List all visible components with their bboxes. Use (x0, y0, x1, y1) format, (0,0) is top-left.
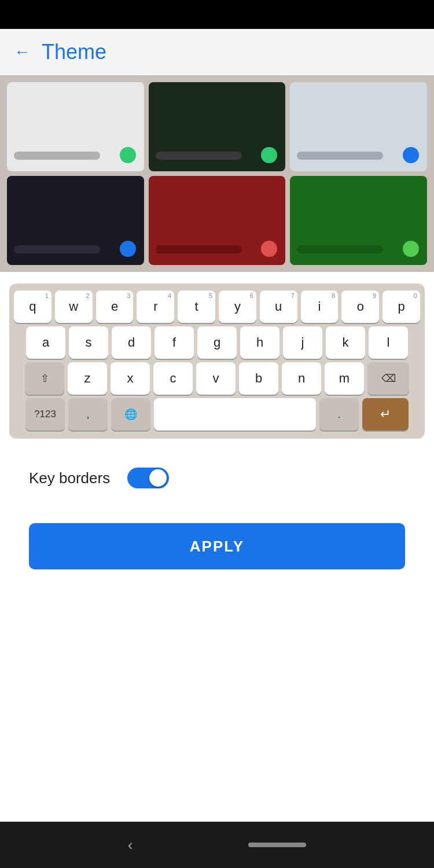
status-bar-top (0, 0, 434, 29)
key-d[interactable]: d (112, 326, 151, 359)
theme-card-green[interactable] (290, 176, 427, 265)
key-num-switch[interactable]: ?123 (25, 398, 65, 431)
key-borders-label: Key borders (29, 469, 110, 487)
theme-card-dark2[interactable] (7, 176, 144, 265)
keyboard-container: 🎤 q1 w2 e3 r4 t5 y6 u7 i8 o9 p0 a s d f … (9, 284, 425, 439)
key-space[interactable] (154, 398, 316, 431)
theme-card-blue-gray[interactable] (290, 82, 427, 171)
keyboard-row-4: ?123 , 🌐 . ↵ (14, 398, 420, 431)
apply-section: APPLY (0, 512, 434, 593)
theme-card-bar (14, 152, 100, 160)
key-v[interactable]: v (196, 362, 236, 395)
theme-card-bar (14, 245, 100, 253)
back-button[interactable]: ← (14, 43, 30, 61)
key-enter[interactable]: ↵ (362, 398, 409, 431)
apply-button[interactable]: APPLY (29, 523, 405, 569)
key-s[interactable]: s (69, 326, 108, 359)
key-u[interactable]: u7 (260, 290, 297, 323)
key-n[interactable]: n (282, 362, 321, 395)
header: ← Theme (0, 29, 434, 75)
key-m[interactable]: m (325, 362, 364, 395)
key-g[interactable]: g (197, 326, 237, 359)
bottom-back-button[interactable]: ‹ (128, 836, 133, 854)
key-z[interactable]: z (68, 362, 107, 395)
key-a[interactable]: a (26, 326, 65, 359)
theme-card-bar (156, 152, 242, 160)
key-q[interactable]: q1 (14, 290, 52, 323)
key-e[interactable]: e3 (96, 290, 134, 323)
theme-card-bar (297, 152, 383, 160)
key-t[interactable]: t5 (178, 290, 215, 323)
theme-card-dark[interactable] (149, 82, 286, 171)
key-h[interactable]: h (240, 326, 279, 359)
theme-card-dot (120, 241, 136, 257)
bottom-nav-bar: ‹ (0, 822, 434, 868)
key-j[interactable]: j (283, 326, 322, 359)
key-i[interactable]: i8 (301, 290, 339, 323)
keyboard-row-3: ⇧ z x c v b n m ⌫ (14, 362, 420, 395)
theme-card-red[interactable] (149, 176, 286, 265)
key-c[interactable]: c (153, 362, 193, 395)
key-borders-toggle[interactable] (127, 468, 169, 488)
key-o[interactable]: o9 (341, 290, 379, 323)
key-globe[interactable]: 🌐 (111, 398, 150, 431)
key-borders-section: Key borders (0, 444, 434, 512)
theme-grid (0, 75, 434, 272)
key-x[interactable]: x (111, 362, 150, 395)
theme-card-bar (156, 245, 242, 253)
key-backspace[interactable]: ⌫ (367, 362, 409, 395)
key-r[interactable]: r4 (137, 290, 174, 323)
theme-card-dot (120, 147, 136, 163)
theme-card-bar (297, 245, 383, 253)
toggle-knob (149, 469, 167, 487)
bottom-home-pill[interactable] (248, 843, 306, 847)
key-l[interactable]: l (369, 326, 408, 359)
theme-card-light[interactable] (7, 82, 144, 171)
keyboard-section: 🎤 q1 w2 e3 r4 t5 y6 u7 i8 o9 p0 a s d f … (0, 272, 434, 444)
key-shift[interactable]: ⇧ (25, 362, 64, 395)
theme-card-dot (403, 241, 419, 257)
theme-card-dot (403, 147, 419, 163)
key-period[interactable]: . (319, 398, 359, 431)
key-y[interactable]: y6 (219, 290, 256, 323)
key-comma[interactable]: , (68, 398, 108, 431)
key-w[interactable]: w2 (55, 290, 93, 323)
key-b[interactable]: b (239, 362, 278, 395)
key-f[interactable]: f (155, 326, 194, 359)
page-title: Theme (42, 40, 106, 64)
keyboard-row-1: q1 w2 e3 r4 t5 y6 u7 i8 o9 p0 (14, 290, 420, 323)
keyboard-row-2: a s d f g h j k l (14, 326, 420, 359)
key-k[interactable]: k (326, 326, 365, 359)
key-p[interactable]: p0 (382, 290, 420, 323)
